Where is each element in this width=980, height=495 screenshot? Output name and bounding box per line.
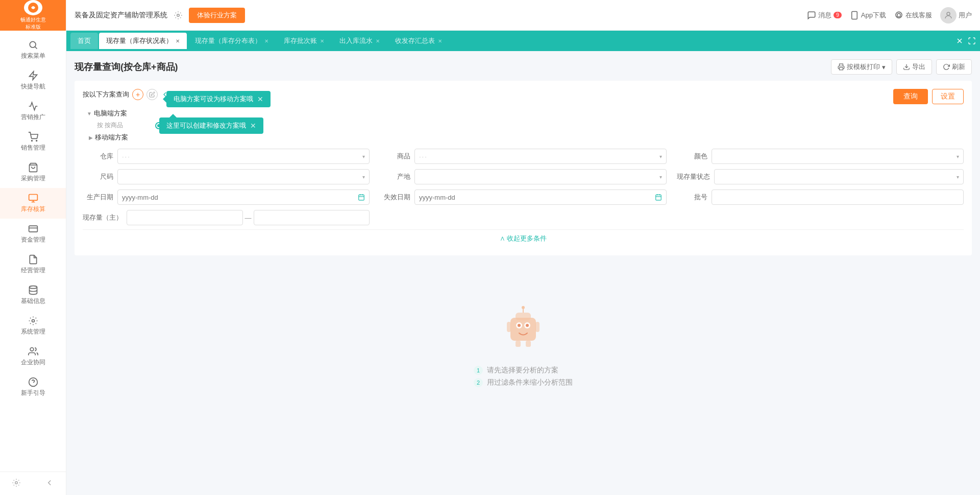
sidebar-item-enterprise[interactable]: 企业协同 <box>0 341 66 372</box>
calendar-icon-2[interactable] <box>655 194 662 201</box>
empty-state: 1 请先选择要分析的方案 2 用过滤条件来缩小分析范围 <box>75 262 972 431</box>
print-chevron: ▾ <box>882 63 886 71</box>
filter-add-btn[interactable]: + <box>132 89 143 100</box>
size-select[interactable]: ▾ <box>117 169 370 184</box>
export-label: 导出 <box>912 62 925 72</box>
version-text: 标准版 <box>26 23 41 31</box>
scheme-expand-arrow2: ▶ <box>89 135 93 140</box>
gear-icon[interactable] <box>174 11 183 20</box>
sidebar-item-inventory[interactable]: 库存核算 <box>0 188 66 219</box>
stock-status-select[interactable]: ▾ <box>714 169 964 184</box>
sidebar-menu: 搜索菜单 快捷导航 营销推广 销售管理 采购管理 库存核算 资金管理 经营管理 <box>0 31 66 472</box>
sidebar-item-system[interactable]: 系统管理 <box>0 311 66 341</box>
svg-rect-40 <box>526 341 531 347</box>
sidebar-item-system-label: 系统管理 <box>21 327 45 336</box>
filter-field-warehouse: 仓库 ··· ▾ <box>83 149 370 164</box>
production-date-field[interactable] <box>122 194 358 201</box>
tab-inventory-dist[interactable]: 现存量（库存分布表） ✕ <box>188 33 276 49</box>
scheme-tooltip-close[interactable]: ✕ <box>257 95 263 103</box>
sidebar-item-purchase[interactable]: 采购管理 <box>0 157 66 188</box>
stock-qty-to[interactable] <box>254 210 370 225</box>
tab-receipt-summary-close[interactable]: ✕ <box>438 38 442 44</box>
app-download-group[interactable]: App下载 <box>850 11 886 20</box>
color-select[interactable]: ▾ <box>712 149 964 164</box>
tab-receipt-summary[interactable]: 收发存汇总表 ✕ <box>388 33 449 49</box>
stock-qty-label: 现存量（主） <box>83 213 122 222</box>
svg-rect-32 <box>516 313 531 320</box>
sidebar-item-finance[interactable]: 资金管理 <box>0 219 66 249</box>
tab-inventory-status-close[interactable]: ✕ <box>176 38 180 44</box>
svg-point-8 <box>29 286 37 289</box>
filter-field-goods: 商品 ··· ▾ <box>380 149 667 164</box>
svg-rect-31 <box>510 318 536 341</box>
message-label: 消息 <box>818 11 831 20</box>
filter-field-production-date: 生产日期 <box>83 190 370 205</box>
refresh-btn[interactable]: 刷新 <box>936 59 972 75</box>
edit-tooltip-close[interactable]: ✕ <box>250 122 256 130</box>
pc-scheme-label[interactable]: 电脑端方案 <box>94 109 127 118</box>
support-group[interactable]: 在线客服 <box>894 11 932 20</box>
sidebar-item-management[interactable]: 经营管理 <box>0 249 66 280</box>
stock-qty-from[interactable] <box>127 210 243 225</box>
reset-btn[interactable]: 设置 <box>932 89 964 104</box>
production-date-label: 生产日期 <box>83 193 113 202</box>
sidebar-item-quicknav[interactable]: 快捷导航 <box>0 65 66 96</box>
svg-rect-6 <box>29 226 37 232</box>
tab-close-all-icon[interactable] <box>955 37 964 45</box>
filter-edit-btn[interactable] <box>146 89 158 100</box>
collapse-sidebar-btn[interactable] <box>45 478 54 489</box>
sidebar-item-basic[interactable]: 基础信息 <box>0 280 66 311</box>
sidebar-item-marketing[interactable]: 营销推广 <box>0 96 66 127</box>
mobile-scheme-label[interactable]: 移动端方案 <box>95 133 128 142</box>
svg-point-36 <box>526 324 529 327</box>
calendar-icon-1[interactable] <box>358 194 365 201</box>
warehouse-select[interactable]: ··· ▾ <box>117 149 370 164</box>
sidebar-item-marketing-label: 营销推广 <box>21 113 45 122</box>
page-header: 现存量查询(按仓库+商品) 按模板打印 ▾ 导出 刷新 <box>75 59 972 75</box>
expiry-date-input[interactable] <box>414 190 667 205</box>
tab-in-out-flow-label: 出入库流水 <box>339 36 373 45</box>
filter-field-stock-status: 现存量状态 ▾ <box>677 169 964 184</box>
settings-btn[interactable] <box>12 478 21 489</box>
tab-in-out-flow-close[interactable]: ✕ <box>376 38 380 44</box>
tab-batch-account-label: 库存批次账 <box>284 36 317 45</box>
industry-btn[interactable]: 体验行业方案 <box>189 8 245 23</box>
tab-in-out-flow[interactable]: 出入库流水 ✕ <box>332 33 387 49</box>
pc-sub-label[interactable]: 按 按商品 <box>97 121 123 130</box>
filter-field-origin: 产地 ▾ <box>380 169 667 184</box>
sidebar-item-newbie[interactable]: 新手引导 <box>0 372 66 403</box>
tab-expand-icon[interactable] <box>968 37 976 45</box>
sidebar-item-sales[interactable]: 销售管理 <box>0 127 66 157</box>
edit-tooltip-text: 这里可以创建和修改方案哦 <box>166 121 246 130</box>
origin-select[interactable]: ▾ <box>414 169 667 184</box>
goods-select[interactable]: ··· ▾ <box>414 149 667 164</box>
message-group[interactable]: 消息 9 <box>807 11 842 20</box>
sidebar-bottom <box>0 472 66 495</box>
user-group[interactable]: 用户 <box>940 7 972 23</box>
tab-inventory-dist-close[interactable]: ✕ <box>264 38 268 44</box>
expiry-date-field[interactable] <box>419 194 655 201</box>
svg-rect-5 <box>29 195 37 201</box>
collapse-bar[interactable]: ∧ 收起更多条件 <box>83 229 964 247</box>
export-btn[interactable]: 导出 <box>896 59 932 75</box>
production-date-input[interactable] <box>117 190 370 205</box>
sidebar-item-search[interactable]: 搜索菜单 <box>0 35 66 65</box>
batch-no-input[interactable] <box>712 190 964 205</box>
tab-batch-account[interactable]: 库存批次账 ✕ <box>277 33 331 49</box>
batch-no-field[interactable] <box>716 194 959 201</box>
batch-no-label: 批号 <box>677 193 707 202</box>
page-title: 现存量查询(按仓库+商品) <box>75 61 178 73</box>
main-area: 装备及固定资产辅助管理系统 体验行业方案 消息 9 App下载 在线客服 <box>66 0 980 495</box>
sidebar-logo: 畅通好生意 标准版 <box>0 0 66 31</box>
search-btn[interactable]: 查询 <box>893 89 928 104</box>
system-name: 装备及固定资产辅助管理系统 <box>75 11 167 20</box>
tab-batch-account-close[interactable]: ✕ <box>320 38 324 44</box>
svg-point-3 <box>36 140 37 142</box>
tab-inventory-status[interactable]: 现存量（库存状况表） ✕ <box>99 33 187 49</box>
tab-home-label: 首页 <box>78 36 91 45</box>
empty-steps: 1 请先选择要分析的方案 2 用过滤条件来缩小分析范围 <box>474 366 573 390</box>
print-btn[interactable]: 按模板打印 ▾ <box>831 59 892 75</box>
origin-chevron: ▾ <box>659 174 662 180</box>
empty-icon <box>498 302 549 353</box>
tab-home[interactable]: 首页 <box>70 33 98 49</box>
